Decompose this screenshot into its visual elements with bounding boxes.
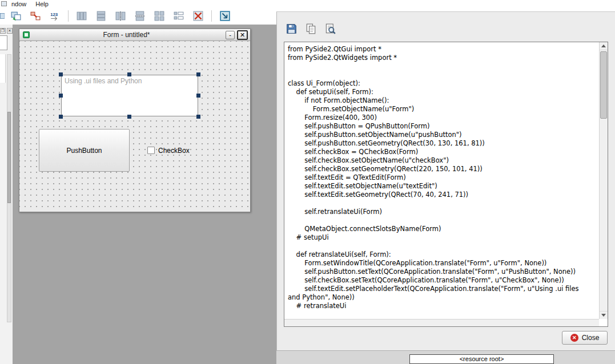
- form-editor-window[interactable]: Form - untitled* - ✕ Using .ui files and…: [19, 29, 251, 212]
- scroll-up-button[interactable]: [600, 42, 608, 50]
- toolbar-separator: [68, 10, 69, 22]
- code-preview-dialog: from PySide2.QtGui import * from PySide2…: [276, 11, 615, 351]
- save-icon: [286, 23, 297, 34]
- horizontal-scrollbar[interactable]: [284, 319, 599, 326]
- code-view[interactable]: from PySide2.QtGui import * from PySide2…: [284, 42, 608, 327]
- resource-browser-panel: <resource root>: [276, 351, 615, 364]
- selection-handle-top-right[interactable]: [196, 72, 200, 76]
- scroll-down-button[interactable]: [600, 311, 608, 319]
- layout-horizontal-icon: [77, 11, 87, 21]
- edit-tab-order-icon: 123: [50, 11, 60, 21]
- edit-widgets-button[interactable]: [8, 9, 24, 23]
- selection-handle-bottom-middle[interactable]: [127, 115, 131, 119]
- layout-splitter-vertical-icon: [135, 11, 145, 21]
- selection-handle-bottom-left[interactable]: [59, 115, 63, 119]
- dock-close-button[interactable]: ✕: [7, 28, 13, 34]
- copy-icon: [306, 23, 316, 34]
- code-dialog-toolbar: [284, 21, 337, 36]
- close-button-label: Close: [582, 334, 600, 342]
- checkbox-indicator[interactable]: [147, 147, 155, 154]
- vertical-scrollbar[interactable]: [599, 42, 608, 319]
- partial-icon: [0, 11, 5, 21]
- menu-window-partial[interactable]: ndow: [7, 1, 31, 7]
- close-circle-icon: ✕: [570, 334, 578, 342]
- layout-horizontal-button[interactable]: [74, 9, 90, 23]
- checkbox-label: CheckBox: [158, 147, 190, 155]
- save-button[interactable]: [284, 21, 299, 36]
- close-dialog-button[interactable]: ✕ Close: [562, 331, 608, 345]
- selection-handle-bottom-right[interactable]: [196, 115, 200, 119]
- toolbar-button-partial[interactable]: [0, 9, 5, 23]
- resource-root-item[interactable]: <resource root>: [409, 354, 554, 364]
- minimize-button[interactable]: -: [226, 31, 235, 39]
- resource-root-label: <resource root>: [460, 355, 504, 362]
- edit-signals-slots-button[interactable]: [27, 9, 43, 23]
- arrow-down-icon: [601, 314, 606, 317]
- find-button[interactable]: [323, 21, 337, 36]
- widget-box-scrollbar[interactable]: [7, 54, 11, 322]
- menu-help[interactable]: Help: [31, 1, 53, 7]
- selection-handle-top-middle[interactable]: [127, 72, 131, 76]
- arrow-up-icon: [601, 45, 606, 47]
- find-icon: [325, 23, 336, 34]
- selection-handle-middle-right[interactable]: [196, 94, 200, 98]
- checkbox-widget[interactable]: CheckBox: [147, 146, 190, 155]
- break-layout-icon: [193, 11, 203, 21]
- dock-titlebar-buttons: ❐ ✕: [0, 28, 13, 34]
- child-window-icon: [1, 1, 7, 6]
- qt-designer-window: ndow Help 123: [0, 0, 615, 364]
- selection-handle-middle-left[interactable]: [59, 94, 63, 98]
- layout-vertical-button[interactable]: [93, 9, 109, 23]
- pushbutton-widget[interactable]: PushButton: [39, 129, 130, 172]
- dock-restore-button[interactable]: ❐: [0, 28, 6, 34]
- adjust-size-icon: [220, 11, 230, 21]
- layout-splitter-horizontal-icon: [115, 11, 126, 21]
- form-window-icon: [23, 31, 30, 38]
- textedit-widget-selected[interactable]: Using .ui files and Python: [61, 75, 198, 116]
- copy-button[interactable]: [303, 21, 318, 36]
- layout-grid-button[interactable]: [151, 9, 167, 23]
- close-icon: ✕: [8, 29, 11, 33]
- widget-box-list-partial: [0, 54, 6, 83]
- layout-form-icon: [174, 11, 184, 21]
- main-toolbar: 123: [0, 7, 276, 25]
- layout-grid-icon: [154, 11, 164, 21]
- widget-filter-input-partial[interactable]: [0, 35, 7, 50]
- left-dock-panel-partial: ❐ ✕: [0, 25, 13, 364]
- restore-icon: ❐: [1, 29, 5, 33]
- svg-text:123: 123: [50, 12, 58, 17]
- mdi-area: Form - untitled* - ✕ Using .ui files and…: [13, 25, 276, 364]
- layout-splitter-vertical-button[interactable]: [132, 9, 148, 23]
- form-window-title: Form - untitled*: [30, 31, 223, 39]
- layout-vertical-icon: [96, 11, 106, 21]
- pushbutton-label: PushButton: [66, 147, 102, 155]
- textedit-placeholder: Using .ui files and Python: [62, 75, 198, 87]
- adjust-size-button[interactable]: [217, 9, 233, 23]
- edit-signals-slots-icon: [30, 11, 41, 21]
- generated-python-code[interactable]: from PySide2.QtGui import * from PySide2…: [284, 42, 599, 319]
- scrollbar-thumb[interactable]: [7, 112, 11, 203]
- close-button[interactable]: ✕: [237, 30, 248, 40]
- edit-widgets-icon: [11, 11, 21, 21]
- edit-tab-order-button[interactable]: 123: [47, 9, 63, 23]
- layout-form-button[interactable]: [171, 9, 187, 23]
- form-window-titlebar[interactable]: Form - untitled* - ✕: [19, 29, 250, 41]
- menubar: ndow Help: [0, 0, 615, 7]
- break-layout-button[interactable]: [190, 9, 206, 23]
- toolbar-separator: [211, 10, 212, 22]
- selection-handle-top-left[interactable]: [59, 72, 63, 76]
- textedit-widget[interactable]: Using .ui files and Python: [61, 75, 198, 116]
- form-canvas[interactable]: Using .ui files and Python PushButton: [19, 41, 250, 212]
- layout-splitter-horizontal-button[interactable]: [112, 9, 128, 23]
- scrollbar-thumb[interactable]: [600, 51, 607, 119]
